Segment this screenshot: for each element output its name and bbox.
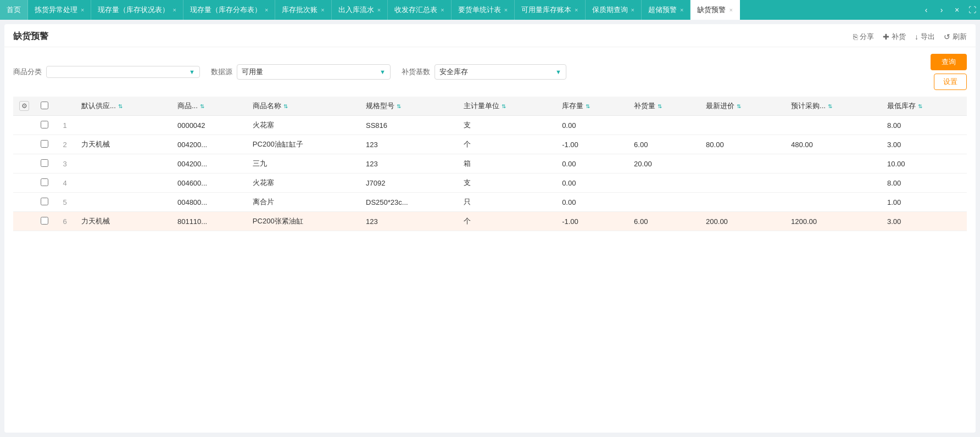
replenish-base-select[interactable]: 安全库存 ▼	[435, 64, 566, 80]
tab-close-available[interactable]: ×	[575, 7, 578, 13]
sort-code-icon[interactable]: ⇅	[200, 103, 204, 109]
row-index: 1	[54, 116, 76, 135]
tab-inventory-status[interactable]: 现存量（库存状况表）×	[91, 0, 183, 20]
tab-close-order-stat[interactable]: ×	[504, 7, 508, 13]
th-settings: ⚙	[13, 97, 35, 116]
tab-shortage[interactable]: 缺货预警×	[691, 0, 739, 20]
th-latest-price: 最新进价 ⇅	[700, 97, 786, 116]
th-product-code: 商品... ⇅	[172, 97, 247, 116]
th-product-name-label: 商品名称	[253, 101, 281, 111]
cell-unit: 个	[458, 135, 556, 154]
tab-prev-btn[interactable]: ‹	[918, 5, 934, 14]
tab-available[interactable]: 可用量库存账本×	[515, 0, 585, 20]
row-checkbox[interactable]	[41, 217, 48, 225]
select-all-checkbox[interactable]	[41, 102, 48, 109]
th-stock-qty: 库存量 ⇅	[556, 97, 628, 116]
cell-product-code: 801110...	[172, 212, 247, 231]
export-btn[interactable]: ↓ 导出	[915, 32, 935, 42]
cell-product-name: 三九	[247, 154, 360, 173]
row-checkbox-cell	[35, 116, 54, 135]
filter-actions: 查询 设置	[931, 54, 967, 90]
cell-latest-price: 80.00	[700, 135, 786, 154]
cell-stock-qty: 0.00	[556, 193, 628, 212]
query-button[interactable]: 查询	[931, 54, 967, 70]
cell-unit: 个	[458, 212, 556, 231]
tab-label-home: 首页	[7, 5, 21, 15]
row-checkbox[interactable]	[41, 121, 48, 128]
cell-min-stock: 10.00	[882, 154, 967, 173]
datasource-filter-group: 数据源 可用量 ▼	[211, 64, 391, 80]
sort-name-icon[interactable]: ⇅	[283, 103, 288, 109]
cell-spec: 123	[360, 212, 458, 231]
table-settings-icon[interactable]: ⚙	[19, 101, 29, 111]
row-checkbox[interactable]	[41, 159, 48, 167]
sort-supplier-icon[interactable]: ⇅	[118, 103, 122, 109]
replenish-label: 补货	[892, 32, 906, 42]
category-select[interactable]: ▼	[46, 66, 200, 78]
tab-inventory-dist[interactable]: 现存量（库存分布表）×	[183, 0, 275, 20]
tab-home[interactable]: 首页	[0, 0, 28, 20]
tab-label-inventory-status: 现存量（库存状况表）	[98, 5, 169, 15]
cell-unit: 箱	[458, 154, 556, 173]
cell-stock-qty: 0.00	[556, 116, 628, 135]
tab-close-expiry[interactable]: ×	[631, 7, 634, 13]
share-label: 分享	[860, 32, 874, 42]
row-checkbox[interactable]	[41, 178, 48, 186]
row-checkbox[interactable]	[41, 198, 48, 205]
refresh-icon: ↺	[944, 32, 950, 41]
cell-replenish-qty: 20.00	[628, 154, 700, 173]
cell-default-supplier: 力天机械	[76, 135, 172, 154]
sort-spec-icon[interactable]: ⇅	[397, 103, 401, 109]
table-header: ⚙ 默认供应... ⇅	[13, 97, 967, 116]
th-est-purchase: 预计采购... ⇅	[786, 97, 882, 116]
tab-bar: 首页拣货异常处理×现存量（库存状况表）×现存量（库存分布表）×库存批次账×出入库…	[0, 0, 980, 20]
tab-close-batch[interactable]: ×	[321, 7, 324, 13]
cell-product-code: 0000042	[172, 116, 247, 135]
share-btn[interactable]: ⎘ 分享	[853, 32, 874, 42]
tab-close-btn[interactable]: ×	[949, 5, 965, 14]
replenish-base-value: 安全库存	[439, 67, 468, 77]
sort-price-icon[interactable]: ⇅	[737, 103, 741, 109]
tab-batch[interactable]: 库存批次账×	[275, 0, 331, 20]
export-label: 导出	[921, 32, 935, 42]
tab-abnormal[interactable]: 拣货异常处理×	[28, 0, 91, 20]
replenish-btn[interactable]: ✚ 补货	[883, 32, 906, 42]
cell-est-purchase	[786, 193, 882, 212]
tab-next-btn[interactable]: ›	[934, 5, 949, 14]
tab-fullscreen-btn[interactable]: ⛶	[965, 5, 980, 14]
header-row: ⚙ 默认供应... ⇅	[13, 97, 967, 116]
th-spec: 规格型号 ⇅	[360, 97, 458, 116]
tab-inout-flow[interactable]: 出入库流水×	[332, 0, 388, 20]
tab-close-shortage[interactable]: ×	[729, 7, 732, 13]
row-index: 3	[54, 154, 76, 173]
tab-close-overstock[interactable]: ×	[680, 7, 683, 13]
tab-collect-summary[interactable]: 收发存汇总表×	[388, 0, 451, 20]
row-index: 4	[54, 173, 76, 193]
sort-min-icon[interactable]: ⇅	[918, 103, 922, 109]
tab-overstock[interactable]: 超储预警×	[642, 0, 691, 20]
cell-est-purchase	[786, 154, 882, 173]
tab-close-inventory-dist[interactable]: ×	[265, 7, 268, 13]
tab-close-inout-flow[interactable]: ×	[377, 7, 381, 13]
sort-stock-icon[interactable]: ⇅	[586, 103, 590, 109]
tab-close-abnormal[interactable]: ×	[81, 7, 84, 13]
tab-order-stat[interactable]: 要货单统计表×	[452, 0, 515, 20]
sort-replenish-icon[interactable]: ⇅	[658, 103, 662, 109]
sort-unit-icon[interactable]: ⇅	[502, 103, 506, 109]
cell-unit: 支	[458, 173, 556, 193]
tab-close-collect-summary[interactable]: ×	[441, 7, 444, 13]
tab-close-inventory-status[interactable]: ×	[172, 7, 176, 13]
cell-replenish-qty	[628, 193, 700, 212]
refresh-btn[interactable]: ↺ 刷新	[944, 32, 967, 42]
tab-label-abnormal: 拣货异常处理	[35, 5, 77, 15]
tab-expiry[interactable]: 保质期查询×	[586, 0, 642, 20]
sort-est-icon[interactable]: ⇅	[828, 103, 832, 109]
th-replenish-qty-label: 补货量	[634, 101, 655, 111]
row-checkbox[interactable]	[41, 140, 48, 148]
cell-spec: J7092	[360, 173, 458, 193]
cell-product-name: PC200张紧油缸	[247, 212, 360, 231]
datasource-select[interactable]: 可用量 ▼	[237, 64, 391, 80]
tab-label-shortage: 缺货预警	[697, 5, 726, 15]
settings-button[interactable]: 设置	[934, 74, 967, 90]
replenish-base-label: 补货基数	[402, 67, 430, 77]
